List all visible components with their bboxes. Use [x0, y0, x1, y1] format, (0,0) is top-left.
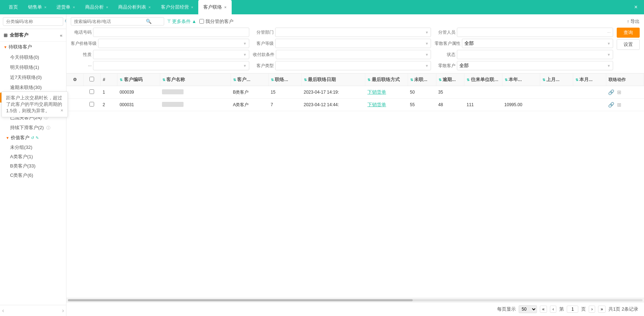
close-customer-contact-tab[interactable]: ×: [224, 5, 226, 9]
sidebar-item-ungroup[interactable]: 未分组(32): [0, 143, 66, 152]
main-search-icon[interactable]: 🔍: [146, 19, 152, 24]
row-select-0[interactable]: [89, 89, 94, 94]
edit-icon[interactable]: ✎: [36, 136, 39, 140]
row-select-1[interactable]: [89, 102, 94, 107]
col-header-checkbox[interactable]: [83, 74, 100, 86]
info-icon-declining: ⓘ: [46, 126, 50, 130]
select-all-checkbox[interactable]: [89, 77, 94, 81]
close-sales-tab[interactable]: ×: [44, 5, 46, 9]
extra-arrow: ▼: [243, 64, 247, 68]
price-grade-label: 客户价格等级: [71, 41, 97, 47]
sidebar-all-customers-header[interactable]: ⊞ 全部客户 «: [0, 29, 66, 42]
pending-group-header[interactable]: ▼ 待联络客户: [0, 42, 66, 52]
my-customer-checkbox-wrap[interactable]: 我分管的客户: [199, 18, 233, 25]
scrollbar-thumb[interactable]: [68, 299, 413, 301]
nav-analysis[interactable]: 商品分析 ×: [80, 0, 113, 14]
main-search-input[interactable]: [74, 19, 146, 24]
close-analysis-tab[interactable]: ×: [106, 5, 108, 9]
col-header-unread[interactable]: ⇅ 未联...: [408, 74, 436, 86]
sidebar-scroll-left[interactable]: ‹: [2, 307, 4, 314]
window-close-button[interactable]: ×: [631, 4, 640, 10]
settings-button[interactable]: 设置: [617, 39, 640, 50]
my-customer-checkbox[interactable]: [199, 19, 204, 24]
col-header-year[interactable]: ⇅ 本年...: [502, 74, 540, 86]
status-select[interactable]: ▼: [457, 50, 613, 59]
first-page-btn[interactable]: «: [540, 306, 547, 313]
close-purchase-tab[interactable]: ×: [73, 5, 75, 9]
sidebar-item-class-b[interactable]: B类客户(33): [0, 161, 66, 171]
gender-select[interactable]: ▼: [93, 50, 249, 59]
nav-home[interactable]: 首页: [4, 0, 23, 14]
action-grid-icon-0[interactable]: ⊞: [617, 89, 621, 95]
customer-grade-select[interactable]: ▼: [275, 39, 431, 48]
scrollbar-track[interactable]: [68, 299, 643, 301]
sidebar-collapse-btn[interactable]: «: [60, 33, 62, 38]
tooltip-close-icon[interactable]: ×: [60, 108, 63, 113]
col-header-overdue[interactable]: ⇅ 逾期...: [436, 74, 464, 86]
col-header-num: #: [101, 74, 117, 86]
prev-page-btn[interactable]: ‹: [550, 306, 556, 313]
dept-select[interactable]: ▼: [275, 28, 431, 37]
sidebar-bottom: ‹ ›: [0, 305, 66, 316]
col-header-code[interactable]: ⇅ 客户编码: [117, 74, 160, 86]
col-header-lastmonth[interactable]: ⇅ 上月...: [540, 74, 573, 86]
nav-sales[interactable]: 销售单 ×: [23, 0, 51, 14]
phone-input[interactable]: [93, 28, 249, 37]
action-link-icon-1[interactable]: 🔗: [608, 102, 614, 108]
sidebar-search-input[interactable]: [3, 17, 63, 26]
row-checkbox-0[interactable]: [83, 86, 100, 99]
row-method-1[interactable]: 下销货单: [365, 99, 408, 111]
row-method-0[interactable]: 下销货单: [365, 86, 408, 99]
query-button[interactable]: 查询: [617, 28, 640, 38]
close-analysis-list-tab[interactable]: ×: [148, 5, 150, 9]
col-header-type[interactable]: ⇅ 客户...: [231, 74, 268, 86]
action-link-icon-0[interactable]: 🔗: [608, 89, 614, 95]
nav-customer-contact[interactable]: 客户联络 ×: [198, 0, 231, 14]
filter-phone: 电话号码: [71, 28, 249, 37]
sidebar-item-7days[interactable]: 近7天待联络(0): [0, 72, 66, 82]
close-customer-tier-tab[interactable]: ×: [191, 5, 193, 9]
person-select[interactable]: ···: [457, 28, 613, 37]
action-grid-icon-1[interactable]: ⊞: [617, 102, 621, 108]
customer-type-select[interactable]: ▼: [275, 61, 431, 70]
retail-attr-select[interactable]: 全部 ▼: [462, 39, 613, 48]
col-header-contact-person[interactable]: ⇅ 往来单位联系人: [464, 74, 502, 86]
more-conditions-btn[interactable]: ⊤ 更多条件 ▲: [167, 18, 196, 25]
nav-purchase[interactable]: 进货单 ×: [51, 0, 80, 14]
phone-label: 电话号码: [71, 29, 92, 36]
row-overdue-1: 48: [436, 99, 464, 111]
price-grade-select[interactable]: ▼: [98, 39, 249, 48]
col-header-thismonth[interactable]: ⇅ 本月...: [573, 74, 606, 86]
sidebar-item-today[interactable]: 今天待联络(0): [0, 52, 66, 62]
col-header-last-method[interactable]: ⇅ 最后联络方式: [365, 74, 408, 86]
pending-arrow-icon: ▼: [4, 45, 7, 49]
sidebar-item-declining[interactable]: 持续下滑客户(2) ⓘ: [0, 123, 66, 133]
sort-icon-name: ⇅: [162, 78, 165, 82]
extra-select[interactable]: ▼: [93, 61, 249, 70]
sidebar-item-overdue[interactable]: 逾期未联络(30): [0, 82, 66, 93]
sidebar-scroll-right[interactable]: ›: [62, 307, 64, 314]
page-number-input[interactable]: [567, 306, 578, 313]
payment-select[interactable]: ▼: [276, 50, 431, 59]
export-btn[interactable]: ↑ 导出: [627, 18, 640, 25]
next-page-btn[interactable]: ›: [589, 306, 595, 313]
more-conditions-arrow-icon: ▲: [192, 19, 196, 24]
nav-customer-tier[interactable]: 客户分层经营 ×: [156, 0, 198, 14]
sidebar-item-tomorrow[interactable]: 明天待联络(1): [0, 62, 66, 72]
col-header-settings[interactable]: ⚙: [66, 74, 83, 86]
col-header-contact[interactable]: ⇅ 联络...: [269, 74, 302, 86]
value-group-header[interactable]: ▼ 价值客户 ↺ ✎: [0, 133, 66, 143]
retail-customer-arrow: ▼: [607, 64, 611, 68]
sort-icon-method: ⇅: [367, 78, 370, 82]
sidebar-item-class-a[interactable]: A类客户(1): [0, 152, 66, 161]
horizontal-scrollbar[interactable]: [66, 298, 644, 302]
last-page-btn[interactable]: »: [598, 306, 606, 313]
col-header-last-date[interactable]: ⇅ 最后联络日期: [302, 74, 365, 86]
sidebar-item-class-c[interactable]: C类客户(6): [0, 171, 66, 180]
col-header-name[interactable]: ⇅ 客户名称: [160, 74, 231, 86]
nav-analysis-list[interactable]: 商品分析列表 ×: [113, 0, 156, 14]
row-checkbox-1[interactable]: [83, 99, 100, 111]
filter-retail-customer: 零散客户 全部 ▼: [435, 61, 613, 70]
retail-customer-select[interactable]: 全部 ▼: [457, 61, 613, 70]
page-size-select[interactable]: 50 100: [519, 305, 537, 313]
